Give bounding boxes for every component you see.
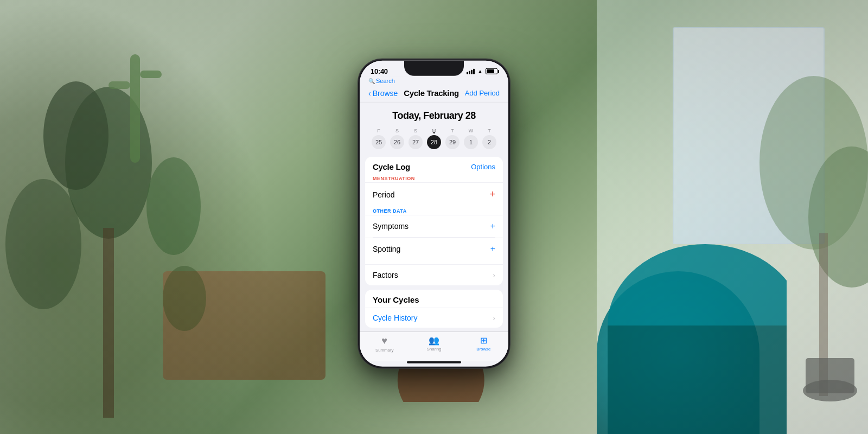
symptoms-label: Symptoms	[373, 222, 409, 231]
scroll-content[interactable]: Today, February 28 F 25 S 26 S	[360, 103, 508, 331]
search-text[interactable]: Search	[376, 78, 395, 84]
day-circle-27[interactable]: 27	[409, 135, 423, 149]
status-time: 10:40	[371, 67, 388, 75]
notch	[404, 61, 464, 76]
search-nav-bar: 🔍 Search	[360, 76, 508, 86]
tab-browse[interactable]: ⊞ Browse	[459, 335, 508, 353]
day-circle-29[interactable]: 29	[445, 135, 459, 149]
phone-wrapper: 10:40 ▲	[358, 59, 510, 363]
factors-chevron-icon: ›	[493, 271, 495, 279]
heart-icon: ♥	[381, 335, 387, 347]
factors-label: Factors	[373, 271, 398, 279]
today-date: Today, February 28	[360, 110, 508, 122]
cycle-log-header: Cycle Log Options	[365, 157, 503, 174]
tab-sharing[interactable]: 👥 Sharing	[409, 335, 458, 353]
day-letter-t2: T	[488, 128, 491, 133]
signal-bars-icon	[467, 68, 475, 74]
your-cycles-title: Your Cycles	[365, 290, 503, 308]
day-letter-s2: S	[414, 128, 417, 133]
card-spacer	[365, 260, 503, 264]
battery-fill	[487, 69, 494, 73]
symptoms-row[interactable]: Symptoms +	[365, 215, 503, 237]
status-icons: ▲	[467, 68, 497, 74]
browse-back-button[interactable]: ‹ Browse	[368, 88, 398, 97]
options-button[interactable]: Options	[471, 163, 495, 171]
spotting-row[interactable]: Spotting +	[365, 238, 503, 260]
day-circle-28-today[interactable]: 28	[427, 135, 441, 149]
page-title: Cycle Tracking	[404, 88, 459, 98]
day-circle-26[interactable]: 26	[390, 135, 404, 149]
phone-frame: 10:40 ▲	[358, 59, 510, 368]
battery-icon	[486, 68, 497, 74]
period-row[interactable]: Period +	[365, 182, 503, 206]
grid-icon: ⊞	[480, 335, 487, 346]
period-add-icon[interactable]: +	[489, 189, 495, 200]
day-circle-2[interactable]: 2	[482, 135, 496, 149]
signal-bar-1	[467, 72, 468, 74]
day-thursday[interactable]: T 2	[480, 128, 499, 149]
day-circle-25[interactable]: 25	[372, 135, 386, 149]
cycle-history-row[interactable]: Cycle History ›	[365, 308, 503, 328]
day-letter-f: F	[377, 128, 380, 133]
top-nav: ‹ Browse Cycle Tracking Add Period	[360, 86, 508, 103]
add-period-button[interactable]: Add Period	[465, 89, 500, 97]
tab-bar: ♥ Summary 👥 Sharing ⊞ Browse	[360, 331, 508, 361]
day-wednesday[interactable]: W 1	[462, 128, 480, 149]
day-tuesday[interactable]: T 29	[443, 128, 462, 149]
date-header: Today, February 28	[360, 103, 508, 126]
chevron-left-icon: ‹	[368, 88, 371, 97]
period-label: Period	[373, 190, 394, 199]
day-monday-today[interactable]: M 28	[425, 128, 443, 149]
cycle-log-card: Cycle Log Options MENSTRUATION Period + …	[365, 157, 503, 285]
day-letter-s1: S	[395, 128, 399, 133]
cycle-history-label[interactable]: Cycle History	[373, 314, 417, 322]
screen-content: 10:40 ▲	[360, 61, 508, 367]
week-strip: F 25 S 26 S 27 M 28	[360, 126, 508, 150]
cycle-history-chevron-icon: ›	[493, 314, 495, 322]
browse-tab-label[interactable]: Browse	[476, 347, 490, 352]
signal-bar-4	[473, 68, 475, 74]
phone-screen: 10:40 ▲	[360, 61, 508, 367]
signal-bar-3	[471, 69, 473, 74]
factors-row[interactable]: Factors ›	[365, 264, 503, 285]
wifi-icon: ▲	[477, 68, 483, 74]
your-cycles-card: Your Cycles Cycle History ›	[365, 290, 503, 328]
day-letter-t1: T	[451, 128, 454, 133]
search-icon: 🔍	[368, 78, 375, 84]
day-circle-1[interactable]: 1	[464, 135, 478, 149]
sharing-tab-label[interactable]: Sharing	[427, 347, 442, 352]
spacer-1	[360, 150, 508, 157]
day-saturday[interactable]: S 26	[388, 128, 406, 149]
cycle-log-title: Cycle Log	[373, 162, 410, 171]
summary-tab-label[interactable]: Summary	[375, 348, 394, 353]
search-label: 🔍 Search	[368, 78, 395, 84]
menstruation-label: MENSTRUATION	[365, 174, 503, 182]
day-sunday[interactable]: S 27	[406, 128, 425, 149]
spotting-label: Spotting	[373, 245, 400, 253]
browse-label[interactable]: Browse	[373, 88, 398, 97]
day-friday[interactable]: F 25	[369, 128, 388, 149]
home-indicator	[407, 361, 461, 363]
other-data-label: OTHER DATA	[365, 206, 503, 215]
day-letter-w: W	[469, 128, 474, 133]
person-icon: 👥	[429, 335, 439, 346]
tab-summary[interactable]: ♥ Summary	[360, 335, 409, 353]
signal-bar-2	[469, 71, 470, 74]
symptoms-add-icon[interactable]: +	[490, 221, 495, 231]
spotting-add-icon[interactable]: +	[490, 244, 495, 254]
